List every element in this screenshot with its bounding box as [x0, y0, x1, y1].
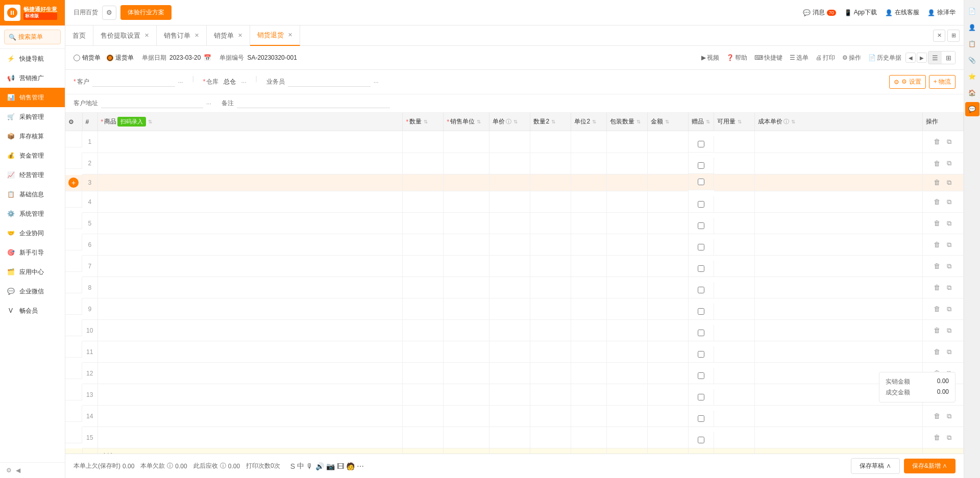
settings-quick-btn[interactable]: ⚙ ⚙ 设置	[889, 75, 925, 89]
row-amount[interactable]	[648, 363, 689, 384]
gift-checkbox[interactable]	[698, 265, 704, 272]
gift-checkbox[interactable]	[698, 201, 704, 208]
scan-button[interactable]: 扫码录入	[117, 117, 146, 127]
row-unit[interactable]	[444, 384, 489, 406]
row-product[interactable]	[97, 298, 403, 320]
row-unit[interactable]	[444, 320, 489, 341]
row-quantity[interactable]	[403, 363, 444, 384]
row-available[interactable]	[714, 153, 755, 174]
row-unit2[interactable]	[571, 131, 607, 153]
gift-checkbox[interactable]	[698, 162, 704, 169]
row-quantity[interactable]	[403, 174, 444, 191]
row-unit[interactable]	[444, 191, 489, 213]
row-quantity[interactable]	[403, 341, 444, 363]
delete-row-btn[interactable]: 🗑	[932, 137, 942, 147]
row-cost-price[interactable]	[755, 277, 923, 298]
row-gift[interactable]	[689, 411, 714, 427]
sidebar-item-operations[interactable]: 📈 经营管理	[0, 165, 65, 185]
row-product[interactable]	[97, 213, 403, 234]
sidebar-item-system[interactable]: ⚙️ 系统管理	[0, 204, 65, 223]
row-quantity[interactable]	[403, 256, 444, 277]
row-unit[interactable]	[444, 234, 489, 256]
row-unit2[interactable]	[571, 277, 607, 298]
row-unit2[interactable]	[571, 153, 607, 174]
sidebar-item-member[interactable]: V 畅会员	[0, 301, 65, 320]
row-amount[interactable]	[648, 298, 689, 320]
row-cost-price[interactable]	[755, 131, 923, 153]
row-pack-qty[interactable]	[607, 191, 648, 213]
row-available[interactable]	[714, 174, 755, 191]
row-gift[interactable]	[689, 346, 714, 363]
row-product[interactable]	[97, 427, 403, 448]
row-quantity[interactable]	[403, 131, 444, 153]
row-pack-qty[interactable]	[607, 384, 648, 406]
copy-row-btn[interactable]: ⧉	[944, 283, 954, 293]
row-gift[interactable]	[689, 218, 714, 234]
row-pack-qty[interactable]	[607, 298, 648, 320]
row-available[interactable]	[714, 320, 755, 341]
help-btn[interactable]: ❓ 帮助	[723, 52, 750, 64]
row-product[interactable]	[97, 131, 403, 153]
prev-record-btn[interactable]: ◀	[905, 53, 916, 63]
row-quantity[interactable]	[403, 213, 444, 234]
tab-sales-return[interactable]: 销货退货 ✕	[250, 26, 300, 46]
row-qty2[interactable]	[530, 174, 571, 191]
video-btn[interactable]: ▶ 视频	[698, 52, 722, 64]
row-unit[interactable]	[444, 153, 489, 174]
row-quantity[interactable]	[403, 384, 444, 406]
row-unit2[interactable]	[571, 384, 607, 406]
sidebar-item-inventory[interactable]: 📦 库存核算	[0, 127, 65, 146]
delete-row-btn[interactable]: 🗑	[932, 178, 942, 188]
row-price[interactable]	[489, 427, 530, 448]
sidebar-item-enterprise[interactable]: 🤝 企业协同	[0, 223, 65, 243]
row-cost-price[interactable]	[755, 234, 923, 256]
row-qty2[interactable]	[530, 213, 571, 234]
right-icon-star[interactable]: ⭐	[965, 69, 979, 84]
th-settings[interactable]: ⚙	[65, 113, 82, 131]
row-product[interactable]	[97, 384, 403, 406]
tab-sales-return-close[interactable]: ✕	[288, 32, 292, 38]
app-download-item[interactable]: 📱 App下载	[844, 8, 877, 17]
row-product[interactable]	[97, 320, 403, 341]
row-unit2[interactable]	[571, 174, 607, 191]
radio-return-input[interactable]	[107, 55, 113, 61]
row-product[interactable]	[97, 234, 403, 256]
row-cost-price[interactable]	[755, 174, 923, 191]
row-amount[interactable]	[648, 153, 689, 174]
tab-sales-order[interactable]: 销售订单 ✕	[157, 26, 207, 46]
settings-icon[interactable]: ⚙	[6, 467, 12, 474]
row-pack-qty[interactable]	[607, 213, 648, 234]
delete-row-btn[interactable]: 🗑	[932, 411, 942, 421]
sidebar-item-newbie[interactable]: 🎯 新手引导	[0, 243, 65, 262]
row-gift[interactable]	[689, 389, 714, 406]
row-price[interactable]	[489, 174, 530, 191]
row-cost-price[interactable]	[755, 298, 923, 320]
delete-row-btn[interactable]: 🗑	[932, 218, 942, 229]
row-available[interactable]	[714, 213, 755, 234]
row-unit2[interactable]	[571, 191, 607, 213]
row-amount[interactable]	[648, 131, 689, 153]
row-cost-price[interactable]	[755, 191, 923, 213]
right-icon-home[interactable]: 🏠	[965, 86, 979, 100]
row-product[interactable]	[97, 277, 403, 298]
operate-btn[interactable]: ⚙ 操作	[839, 52, 864, 64]
row-gift[interactable]	[689, 282, 714, 298]
row-product[interactable]	[97, 256, 403, 277]
gift-checkbox[interactable]	[698, 415, 704, 422]
row-available[interactable]	[714, 298, 755, 320]
history-btn[interactable]: 📄 历史单据	[865, 52, 904, 64]
row-pack-qty[interactable]	[607, 277, 648, 298]
row-qty2[interactable]	[530, 191, 571, 213]
row-price[interactable]	[489, 406, 530, 427]
row-amount[interactable]	[648, 341, 689, 363]
row-qty2[interactable]	[530, 153, 571, 174]
row-amount[interactable]	[648, 427, 689, 448]
row-unit2[interactable]	[571, 256, 607, 277]
row-gift[interactable]	[689, 158, 714, 174]
row-gift[interactable]	[689, 368, 714, 384]
tab-close-all[interactable]: ✕	[933, 30, 945, 42]
sidebar-item-purchase[interactable]: 🛒 采购管理	[0, 107, 65, 127]
row-amount[interactable]	[648, 277, 689, 298]
row-available[interactable]	[714, 131, 755, 153]
save-draft-button[interactable]: 保存草稿 ∧	[851, 458, 899, 474]
